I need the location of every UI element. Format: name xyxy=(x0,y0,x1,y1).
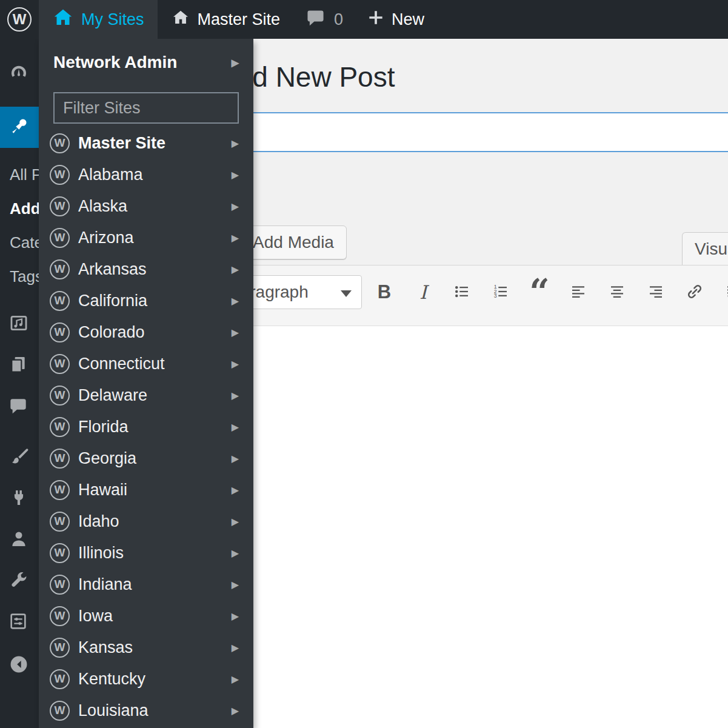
site-name-label: Louisiana xyxy=(78,701,149,720)
read-more-icon xyxy=(724,282,728,302)
wordpress-site-icon xyxy=(50,165,70,185)
blockquote-button[interactable] xyxy=(523,275,556,309)
site-menu-item[interactable]: Delaware xyxy=(39,379,253,411)
pages-icon xyxy=(8,355,28,376)
multisite-house-icon xyxy=(52,7,74,33)
new-content-menu-item[interactable]: New xyxy=(355,0,435,39)
site-menu-item[interactable]: Kentucky xyxy=(39,663,253,695)
wordpress-site-icon xyxy=(50,669,70,689)
current-site-menu-item[interactable]: Master Site xyxy=(158,0,294,39)
italic-button[interactable]: I xyxy=(406,275,440,309)
link-icon xyxy=(686,282,704,302)
wordpress-site-icon xyxy=(50,512,70,532)
network-admin-item[interactable]: Network Admin xyxy=(39,39,253,86)
bulleted-list-icon xyxy=(453,282,471,302)
editor: Paragraph B I 123 xyxy=(218,265,728,728)
site-menu-item[interactable]: California xyxy=(39,285,253,316)
media-icon xyxy=(8,313,29,336)
wordpress-site-icon xyxy=(50,228,70,248)
site-name-label: California xyxy=(78,292,147,310)
wordpress-site-icon xyxy=(50,480,70,500)
my-sites-dropdown: Network Admin Master Site Alabama xyxy=(39,39,253,728)
site-menu-item[interactable]: Alaska xyxy=(39,190,253,222)
site-name-label: Connecticut xyxy=(78,355,165,373)
posts-submenu-label: Tags xyxy=(10,267,43,286)
site-menu-item[interactable]: Arizona xyxy=(39,222,253,253)
svg-text:3: 3 xyxy=(494,293,497,299)
site-menu-item[interactable]: Indiana xyxy=(39,569,253,600)
bold-button[interactable]: B xyxy=(367,275,401,309)
chevron-right-icon xyxy=(232,358,239,370)
chevron-right-icon xyxy=(232,57,239,68)
site-name-label: Idaho xyxy=(78,512,119,531)
home-icon xyxy=(171,8,190,32)
add-media-label: Add Media xyxy=(253,233,334,252)
tab-visual-label: Visual xyxy=(695,239,728,259)
wordpress-site-icon xyxy=(50,606,70,626)
wordpress-site-icon xyxy=(50,638,70,658)
site-menu-item[interactable]: Alabama xyxy=(39,159,253,190)
site-menu-item[interactable]: Master Site xyxy=(39,127,253,159)
bulleted-list-button[interactable] xyxy=(445,275,479,309)
pushpin-icon xyxy=(8,115,30,139)
site-menu-item[interactable]: Connecticut xyxy=(39,348,253,379)
site-menu-item[interactable]: Colorado xyxy=(39,316,253,348)
chevron-right-icon xyxy=(232,232,239,244)
site-name-label: Colorado xyxy=(78,323,145,342)
wordpress-site-icon xyxy=(50,449,70,469)
wordpress-logo-menu[interactable] xyxy=(0,0,39,39)
site-name-label: Master Site xyxy=(78,134,165,153)
site-menu-item[interactable]: Louisiana xyxy=(39,695,253,726)
chevron-right-icon xyxy=(232,169,239,181)
site-name-label: Illinois xyxy=(78,544,124,563)
wordpress-site-icon xyxy=(50,133,70,153)
my-sites-label: My Sites xyxy=(81,10,144,29)
wordpress-site-icon xyxy=(50,575,70,595)
site-filter-input[interactable] xyxy=(53,92,239,124)
numbered-list-button[interactable]: 123 xyxy=(484,275,518,309)
wordpress-site-icon xyxy=(50,543,70,563)
site-menu-item[interactable]: Florida xyxy=(39,411,253,442)
align-left-icon xyxy=(569,282,587,302)
wordpress-admin-screen: Add New Post Add Media Visual Paragraph … xyxy=(0,0,728,728)
wrench-icon xyxy=(8,570,29,593)
align-center-button[interactable] xyxy=(600,275,634,309)
tab-visual[interactable]: Visual xyxy=(682,232,728,265)
wordpress-site-icon xyxy=(50,196,70,216)
chevron-right-icon xyxy=(232,642,239,653)
read-more-button[interactable] xyxy=(716,275,728,309)
site-name-label: Hawaii xyxy=(78,481,127,499)
editor-content-area[interactable] xyxy=(219,326,728,728)
network-admin-label: Network Admin xyxy=(53,53,177,72)
chevron-right-icon xyxy=(232,453,239,464)
align-right-button[interactable] xyxy=(639,275,673,309)
site-menu-item[interactable]: Georgia xyxy=(39,442,253,474)
site-menu-item[interactable]: Iowa xyxy=(39,600,253,632)
site-menu-item[interactable]: Arkansas xyxy=(39,253,253,285)
site-menu-item[interactable]: Illinois xyxy=(39,537,253,569)
comments-count: 0 xyxy=(334,10,343,29)
site-name-label: Arizona xyxy=(78,229,134,247)
chevron-right-icon xyxy=(232,264,239,275)
chevron-right-icon xyxy=(232,201,239,212)
plus-icon xyxy=(366,8,386,32)
chevron-right-icon xyxy=(232,705,239,716)
wordpress-site-icon xyxy=(50,322,70,342)
numbered-list-icon: 123 xyxy=(492,282,510,302)
align-left-button[interactable] xyxy=(561,275,595,309)
site-menu-item[interactable]: Idaho xyxy=(39,506,253,537)
dropdown-caret-icon xyxy=(341,290,352,297)
site-name-label: Kansas xyxy=(78,638,133,657)
site-menu-item[interactable]: Hawaii xyxy=(39,474,253,506)
dashboard-gauge-icon xyxy=(8,62,29,85)
wordpress-site-icon xyxy=(50,291,70,311)
post-title-input[interactable] xyxy=(218,112,728,152)
link-button[interactable] xyxy=(678,275,712,309)
align-center-icon xyxy=(608,282,626,302)
chevron-right-icon xyxy=(232,516,239,527)
my-sites-menu-item[interactable]: My Sites xyxy=(39,0,158,39)
comments-menu-item[interactable]: 0 xyxy=(293,0,355,39)
site-menu-item[interactable]: Kansas xyxy=(39,632,253,663)
new-label: New xyxy=(392,10,424,29)
editor-toolbar: Paragraph B I 123 xyxy=(219,265,728,326)
